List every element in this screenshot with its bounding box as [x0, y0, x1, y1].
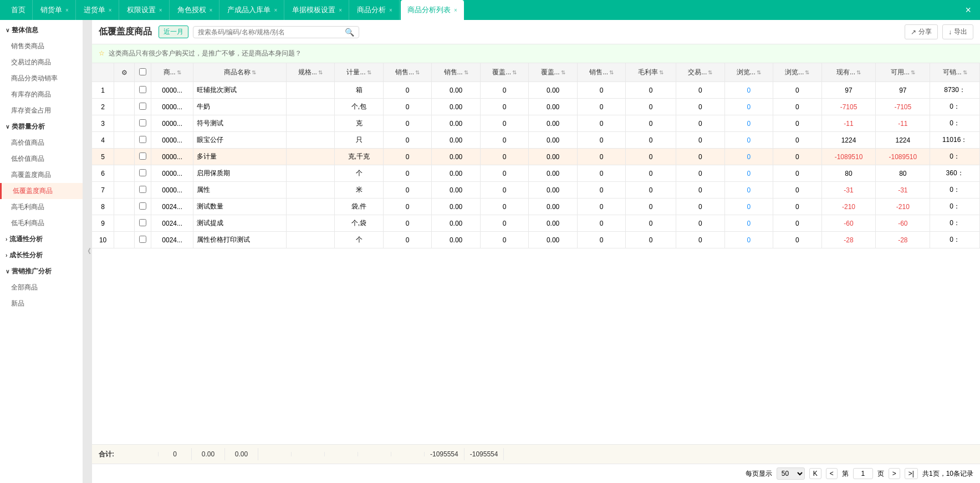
time-filter-button[interactable]: 近一月	[159, 26, 188, 38]
row-checkbox-cell[interactable]	[135, 149, 151, 165]
share-button[interactable]: ↗ 分享	[905, 24, 938, 39]
search-input[interactable]	[198, 28, 345, 36]
page-size-select[interactable]: 50 20 100 200	[777, 467, 805, 480]
sidebar-section-marketing[interactable]: ∨ 营销推广分析	[0, 263, 83, 279]
first-page-button[interactable]: K	[809, 468, 821, 479]
col-stock1[interactable]: 现有...⇅	[821, 63, 876, 82]
close-finished-icon[interactable]: ×	[274, 7, 277, 13]
col-trade[interactable]: 交易...⇅	[676, 63, 725, 82]
row-checkbox[interactable]	[139, 202, 146, 210]
sidebar-section-cluster[interactable]: ∨ 类群量分析	[0, 119, 83, 135]
row-checkbox-cell[interactable]	[135, 132, 151, 149]
nav-goods-analysis-list[interactable]: 商品分析列表 ×	[401, 0, 464, 20]
col-cover2[interactable]: 覆盖...⇅	[529, 63, 578, 82]
col-sales3[interactable]: 销售...⇅	[577, 63, 626, 82]
nav-roles[interactable]: 角色授权 ×	[171, 0, 220, 20]
row-browse1[interactable]: 0	[724, 82, 773, 99]
sidebar-item-low-margin[interactable]: 低毛利商品	[0, 215, 83, 231]
sidebar-section-liquidity[interactable]: › 流通性分析	[0, 231, 83, 247]
col-checkbox[interactable]	[135, 63, 151, 82]
sidebar-item-high-coverage[interactable]: 高覆盖度商品	[0, 167, 83, 183]
col-code[interactable]: 商...⇅	[151, 63, 193, 82]
window-close-button[interactable]: ×	[961, 4, 976, 16]
col-stock2[interactable]: 可用...⇅	[876, 63, 930, 82]
row-browse1[interactable]: 0	[724, 182, 773, 199]
col-name[interactable]: 商品名称⇅	[193, 63, 286, 82]
sidebar-item-high-margin[interactable]: 高毛利商品	[0, 199, 83, 215]
row-checkbox-cell[interactable]	[135, 215, 151, 232]
sidebar-item-low-value[interactable]: 低价值商品	[0, 151, 83, 167]
sidebar-item-traded-goods[interactable]: 交易过的商品	[0, 54, 83, 70]
row-browse1[interactable]: 0	[724, 232, 773, 248]
row-browse1[interactable]: 0	[724, 215, 773, 232]
close-roles-icon[interactable]: ×	[210, 7, 213, 13]
row-checkbox-cell[interactable]	[135, 115, 151, 132]
sidebar-item-in-stock[interactable]: 有库存的商品	[0, 87, 83, 103]
row-checkbox[interactable]	[139, 152, 146, 160]
row-checkbox-cell[interactable]	[135, 82, 151, 99]
close-purchase-icon[interactable]: ×	[109, 7, 112, 13]
col-margin[interactable]: 毛利率⇅	[626, 63, 676, 82]
col-settings[interactable]: ⚙	[114, 63, 135, 82]
close-permissions-icon[interactable]: ×	[159, 7, 162, 13]
page-number-input[interactable]	[853, 468, 873, 479]
row-browse1[interactable]: 0	[724, 199, 773, 215]
sidebar-item-stock-capital[interactable]: 库存资金占用	[0, 103, 83, 119]
sidebar-item-new-goods[interactable]: 新品	[0, 296, 83, 312]
row-checkbox-cell[interactable]	[135, 182, 151, 199]
row-checkbox[interactable]	[139, 136, 146, 143]
sidebar-item-low-coverage[interactable]: 低覆盖度商品	[0, 183, 83, 199]
sidebar-item-category-rate[interactable]: 商品分类动销率	[0, 70, 83, 87]
col-sales2[interactable]: 销售...⇅	[432, 63, 481, 82]
sidebar-toggle-button[interactable]: 《	[83, 20, 92, 483]
nav-sales[interactable]: 销货单 ×	[34, 0, 76, 20]
close-template-icon[interactable]: ×	[339, 7, 342, 13]
export-button[interactable]: ↓ 导出	[942, 24, 973, 39]
row-checkbox[interactable]	[139, 86, 146, 93]
sidebar-section-growth[interactable]: › 成长性分析	[0, 247, 83, 263]
col-unit[interactable]: 计量...⇅	[335, 63, 384, 82]
table-container[interactable]: ⚙ 商...⇅ 商品名称⇅ 规格...⇅ 计量...⇅ 销售...⇅ 销售...…	[92, 63, 980, 444]
row-browse1[interactable]: 0	[724, 165, 773, 182]
table-row: 4 0000... 眼宝公仔 只 0 0.00 0 0.00 0 0 0 0 0…	[92, 132, 980, 149]
row-checkbox[interactable]	[139, 169, 146, 176]
nav-purchase[interactable]: 进货单 ×	[77, 0, 119, 20]
close-goods-analysis-icon[interactable]: ×	[389, 7, 392, 13]
row-checkbox[interactable]	[139, 103, 146, 110]
sidebar-item-all-goods[interactable]: 全部商品	[0, 279, 83, 296]
row-checkbox-cell[interactable]	[135, 165, 151, 182]
row-browse1[interactable]: 0	[724, 132, 773, 149]
col-saleable[interactable]: 可销...⇅	[930, 63, 980, 82]
row-checkbox[interactable]	[139, 186, 146, 193]
row-checkbox-cell[interactable]	[135, 199, 151, 215]
row-checkbox[interactable]	[139, 236, 146, 243]
row-browse1[interactable]: 0	[724, 99, 773, 115]
row-checkbox[interactable]	[139, 119, 146, 126]
nav-goods-analysis[interactable]: 商品分析 ×	[350, 0, 400, 20]
sidebar: ∨ 整体信息 销售类商品 交易过的商品 商品分类动销率 有库存的商品 库存资金占…	[0, 20, 83, 483]
sidebar-item-high-value[interactable]: 高价值商品	[0, 135, 83, 151]
row-browse1[interactable]: 0	[724, 115, 773, 132]
nav-permissions[interactable]: 权限设置 ×	[120, 0, 170, 20]
nav-template[interactable]: 单据模板设置 ×	[285, 0, 349, 20]
close-sales-icon[interactable]: ×	[65, 7, 69, 13]
row-checkbox-cell[interactable]	[135, 99, 151, 115]
col-spec[interactable]: 规格...⇅	[286, 63, 335, 82]
col-sales1[interactable]: 销售...⇅	[383, 63, 432, 82]
sidebar-item-sales-goods[interactable]: 销售类商品	[0, 38, 83, 54]
row-profit: 0	[626, 82, 676, 99]
select-all-checkbox[interactable]	[139, 68, 146, 75]
row-browse1[interactable]: 0	[724, 149, 773, 165]
close-goods-list-icon[interactable]: ×	[454, 7, 457, 13]
nav-home[interactable]: 首页	[4, 0, 33, 20]
col-browse1[interactable]: 浏览...⇅	[724, 63, 773, 82]
col-cover1[interactable]: 覆盖...⇅	[480, 63, 529, 82]
row-checkbox-cell[interactable]	[135, 232, 151, 248]
nav-finished-goods[interactable]: 产成品入库单 ×	[221, 0, 284, 20]
next-page-button[interactable]: >	[889, 468, 900, 479]
row-checkbox[interactable]	[139, 219, 146, 226]
col-browse2[interactable]: 浏览...⇅	[773, 63, 822, 82]
last-page-button[interactable]: >|	[905, 468, 918, 479]
sidebar-section-overall[interactable]: ∨ 整体信息	[0, 22, 83, 38]
prev-page-button[interactable]: <	[826, 468, 838, 479]
